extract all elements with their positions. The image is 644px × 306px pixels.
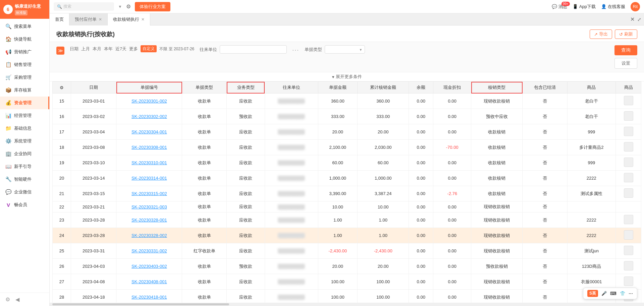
table-row: 24 2023-03-28 SK-20230328-002 收款单 应收款 ██… [53,228,641,243]
sidebar-item-guide[interactable]: 📖 新手引导 [0,160,49,173]
filter-toggle-button[interactable]: ≫ [56,47,64,55]
cell-cash-discount: 0.00 [433,274,471,290]
bill-no-link[interactable]: SK-20230308-001 [131,145,167,150]
cell-product: 多计量商品2 [567,140,615,155]
tab-collection[interactable]: 收款核销执行 ✕ [108,13,150,25]
tabbar-close-all-icon[interactable]: ✕ [630,16,635,22]
ime-shirt-icon[interactable]: 👕 [620,291,625,296]
sidebar-item-quick-nav[interactable]: 🏠 快捷导航 [0,33,49,46]
horizontal-scrollbar[interactable] [50,303,644,306]
sidebar-item-hardware[interactable]: 🔧 智能硬件 [0,173,49,186]
sidebar-item-system[interactable]: ⚙️ 系统管理 [0,135,49,147]
ime-mic-icon[interactable]: 🎤 [601,291,607,296]
filter-more[interactable]: 更多 [129,46,138,52]
bill-no-link[interactable]: SK-20230315-002 [131,191,167,196]
sidebar-item-operations[interactable]: 📊 经营管理 [0,109,49,122]
cell-include-settled: 否 [523,201,567,212]
ime-keyboard-icon[interactable]: ⌨ [610,291,616,296]
cell-balance: 0.00 [409,124,433,140]
bill-no-link[interactable]: SK-20230328-002 [131,233,167,238]
ime-more-icon[interactable]: ⋯ [629,291,633,296]
bill-no-link[interactable]: SK-20230408-001 [131,279,167,284]
cell-biz-type: 应收款 [227,124,265,140]
cell-product-img [616,212,641,228]
cell-cash-discount: 0.00 [433,259,471,274]
bill-no-link[interactable]: SK-20230302-002 [131,114,167,119]
sidebar-item-finance[interactable]: 💰 资金管理 [0,97,49,109]
messages-badge: 99+ [561,2,570,6]
settings-bottom-icon[interactable]: ⚙ [5,296,10,303]
filter-7-days[interactable]: 近7天 [115,46,126,52]
query-button[interactable]: 查询 [614,45,637,55]
filter-this-month[interactable]: 本月 [93,46,101,52]
cell-partner: ████████ [265,274,318,290]
dropdown-arrow-icon[interactable]: ▼ [118,4,122,9]
filter-this-year[interactable]: 本年 [104,46,113,52]
tabbar-expand-icon[interactable]: ⤢ [637,17,641,22]
cell-bill-type: 收款单 [182,274,227,290]
sidebar-menu: 🔍 搜索菜单 🏠 快捷导航 📢 营销推广 📋 销售管理 🛒 采购管理 📦 库存核… [0,19,49,293]
table-wrap[interactable]: ⚙ 日期 单据编号 单据类型 业务类型 往来单位 单据金额 累计核销金额 余额 … [50,81,644,303]
bill-no-link[interactable]: SK-20230314-001 [131,176,167,181]
col-accum-amount: 累计核销金额 [358,82,409,94]
cell-product-img [616,228,641,243]
bill-no-link[interactable]: SK-20230310-001 [131,160,167,165]
cell-bill-no: SK-20230408-001 [116,274,182,290]
tab-prepay-close-icon[interactable]: ✕ [99,17,102,22]
cell-cash-discount: 0.00 [433,124,471,140]
gear-icon[interactable]: ⚙ [126,3,131,10]
filter-bar: ≫ 日期 上月 本月 本年 近7天 更多 自定义 不限 至 2023-07-26… [50,42,644,72]
bill-no-link[interactable]: SK-20230304-001 [131,129,167,134]
cell-product: 老白干 [567,109,615,124]
industry-solution-button[interactable]: 体验行业方案 [135,2,170,11]
filter-custom-date-button[interactable]: 自定义 [141,45,157,52]
sidebar-item-member[interactable]: V 畅会员 [0,198,49,211]
tab-collection-close-icon[interactable]: ✕ [141,17,145,22]
sidebar-item-inventory[interactable]: 📦 库存核算 [0,84,49,97]
cell-balance: 0.00 [409,140,433,155]
bill-no-link[interactable]: SK-20230331-002 [131,248,167,253]
cell-partner: ████████ [265,259,318,274]
bill-no-link[interactable]: SK-20230403-002 [131,264,167,269]
col-settings-icon[interactable]: ⚙ [53,82,71,94]
bill-type-select[interactable]: 收款单 红字收款单 [325,45,365,54]
sidebar-item-wechat[interactable]: 💬 企业微信 [0,186,49,198]
bill-no-link[interactable]: SK-20230301-002 [131,99,167,104]
topbar-search-box[interactable]: 🔍 搜索 [54,2,114,11]
sidebar-item-marketing[interactable]: 📢 营销推广 [0,46,49,58]
cell-bill-amount: 2,100.00 [318,140,358,155]
home-icon: 🏠 [5,36,11,42]
system-icon: ⚙️ [5,138,11,144]
sidebar-item-basic[interactable]: 📁 基础信息 [0,122,49,135]
page-title: 收款核销执行(按收款) [56,30,115,38]
export-button[interactable]: ↗ 导出 [590,29,612,39]
sidebar-item-purchase[interactable]: 🛒 采购管理 [0,71,49,84]
app-download-button[interactable]: 📱 App下载 [573,4,596,10]
sidebar-item-sales[interactable]: 📋 销售管理 [0,58,49,71]
sidebar-item-label: 搜索菜单 [14,23,32,29]
tab-home[interactable]: 首页 [50,13,69,25]
bill-no-link[interactable]: SK-20230328-001 [131,218,167,223]
bill-no-link[interactable]: SK-20230321-003 [131,204,167,209]
collapse-icon[interactable]: ◀ [15,296,19,303]
sidebar-bottom: ⚙ ◀ [0,293,49,306]
refresh-button[interactable]: ↺ 刷新 [615,29,637,39]
bill-no-link[interactable]: SK-20230418-001 [131,295,167,300]
cell-biz-type: 应收款 [227,290,265,303]
sidebar-item-enterprise[interactable]: 🏢 企业协同 [0,147,49,160]
expand-more-button[interactable]: ▾ 展开更多条件 [332,74,362,80]
settings-button[interactable]: 设置 [614,58,637,69]
cell-product: 999 [567,155,615,171]
page-header-actions: ↗ 导出 ↺ 刷新 [590,29,637,39]
filter-last-month[interactable]: 上月 [81,46,90,52]
cell-biz-type: 应收款 [227,155,265,171]
filter-action-buttons: 查询 设置 [614,45,637,69]
user-avatar[interactable]: Rit [631,2,640,11]
tab-prepay[interactable]: 预付应付单 ✕ [69,13,108,25]
online-service-button[interactable]: 👤 在线客服 [601,4,625,10]
online-service-label: 在线客服 [608,4,625,10]
messages-button[interactable]: 💬 消息 99+ [552,4,567,10]
cell-bill-no: SK-20230331-002 [116,243,182,259]
partner-input[interactable] [223,47,277,52]
sidebar-item-search[interactable]: 🔍 搜索菜单 [0,20,49,33]
